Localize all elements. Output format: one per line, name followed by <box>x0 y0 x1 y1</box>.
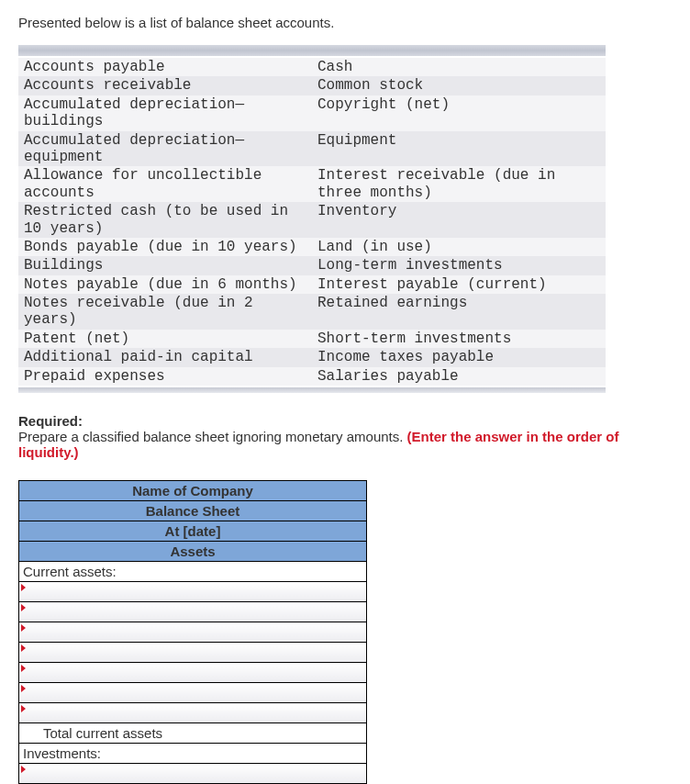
account-right: Long-term investments <box>312 256 606 274</box>
bottom-bar <box>18 387 606 393</box>
account-left: Patent (net) <box>18 330 312 348</box>
account-left: Accumulated depreciation—equipment <box>18 131 312 167</box>
required-label: Required: <box>18 413 83 429</box>
top-bar <box>18 45 606 56</box>
account-right: Equipment <box>312 131 606 167</box>
input-cell[interactable] <box>19 663 367 683</box>
account-left: Accumulated depreciation—buildings <box>18 95 312 131</box>
balance-sheet-table: Name of Company Balance Sheet At [date] … <box>18 480 367 784</box>
account-left: Restricted cash (to be used in 10 years) <box>18 202 312 238</box>
account-left: Allowance for uncollectible accounts <box>18 166 312 202</box>
account-right: Common stock <box>312 76 606 95</box>
account-right: Cash <box>312 58 606 76</box>
account-right: Short-term investments <box>312 330 606 348</box>
account-right: Interest payable (current) <box>312 275 606 294</box>
input-cell[interactable] <box>19 643 367 663</box>
accounts-list-block: Accounts payableCashAccounts receivableC… <box>18 45 606 393</box>
investments-label: Investments: <box>19 744 367 764</box>
bs-header-company: Name of Company <box>19 481 367 501</box>
bs-header-title: Balance Sheet <box>19 501 367 521</box>
account-right: Copyright (net) <box>312 95 606 131</box>
account-left: Notes payable (due in 6 months) <box>18 275 312 294</box>
input-cell[interactable] <box>19 683 367 703</box>
input-cell[interactable] <box>19 764 367 784</box>
intro-text: Presented below is a list of balance she… <box>18 15 672 30</box>
account-left: Notes receivable (due in 2 years) <box>18 294 312 330</box>
account-left: Buildings <box>18 256 312 274</box>
total-current-assets-label: Total current assets <box>19 723 367 744</box>
bs-header-assets: Assets <box>19 542 367 562</box>
input-cell[interactable] <box>19 703 367 723</box>
account-left: Accounts receivable <box>18 76 312 95</box>
account-left: Additional paid-in capital <box>18 348 312 366</box>
account-left: Prepaid expenses <box>18 367 312 386</box>
current-assets-label: Current assets: <box>19 562 367 582</box>
input-cell[interactable] <box>19 622 367 643</box>
account-right: Income taxes payable <box>312 348 606 366</box>
account-right: Land (in use) <box>312 238 606 256</box>
input-cell[interactable] <box>19 602 367 622</box>
required-block: Required: Prepare a classified balance s… <box>18 413 672 460</box>
account-right: Retained earnings <box>312 294 606 330</box>
required-text: Prepare a classified balance sheet ignor… <box>18 429 407 444</box>
account-left: Bonds payable (due in 10 years) <box>18 238 312 256</box>
input-cell[interactable] <box>19 582 367 602</box>
account-right: Interest receivable (due in three months… <box>312 166 606 202</box>
account-right: Salaries payable <box>312 367 606 386</box>
accounts-table: Accounts payableCashAccounts receivableC… <box>18 58 606 386</box>
bs-header-date: At [date] <box>19 521 367 542</box>
account-left: Accounts payable <box>18 58 312 76</box>
account-right: Inventory <box>312 202 606 238</box>
